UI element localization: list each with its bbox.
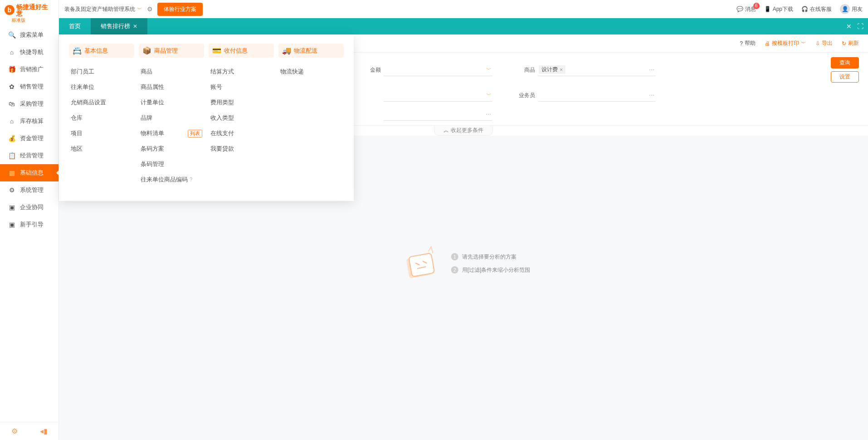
- nav-label: 资金管理: [20, 134, 44, 142]
- user-menu[interactable]: 👤 用友: [840, 4, 863, 14]
- product-select[interactable]: 设计费× ⋯: [538, 64, 656, 76]
- empty-state: 1 请先选择要分析的方案 2 用[过滤]条件来缩小分析范围: [397, 243, 531, 284]
- flyout-item[interactable]: 允销商品设置: [69, 95, 134, 110]
- sidebar-item-4[interactable]: 🛍采购管理: [0, 95, 59, 112]
- nav-label: 库存核算: [20, 117, 44, 125]
- flyout-item[interactable]: 地区: [69, 141, 134, 156]
- flyout-item[interactable]: 商品: [139, 64, 204, 79]
- flyout-item[interactable]: 项目: [69, 126, 134, 141]
- flyout-item[interactable]: 往来单位: [69, 79, 134, 95]
- close-all-icon[interactable]: ✕: [846, 23, 852, 30]
- chevron-down-icon: ﹀: [801, 39, 806, 47]
- brand-name: 畅捷通好生意: [16, 4, 54, 16]
- secondary-select[interactable]: ﹀: [384, 89, 493, 102]
- list-badge: 列表: [188, 130, 202, 137]
- more-icon[interactable]: ⋯: [486, 111, 492, 117]
- flyout-item[interactable]: 在线支付: [209, 126, 274, 141]
- flyout-item[interactable]: 条码管理: [139, 156, 204, 172]
- remove-tag-icon[interactable]: ×: [560, 67, 563, 73]
- avatar-icon: 👤: [840, 4, 850, 14]
- system-selector[interactable]: 装备及固定资产辅助管理系统 ﹀: [64, 5, 142, 13]
- system-name: 装备及固定资产辅助管理系统: [64, 5, 135, 13]
- product-label: 商品: [517, 66, 535, 74]
- flyout-col-2: 💳收付信息结算方式账号费用类型收入类型在线支付我要贷款: [209, 44, 274, 187]
- flyout-item[interactable]: 计量单位: [139, 95, 204, 110]
- collapse-sidebar-icon[interactable]: ◂▮: [40, 427, 48, 435]
- svg-rect-1: [409, 253, 434, 277]
- nav-icon: 🛍: [8, 100, 15, 108]
- empty-illustration-icon: [397, 243, 442, 284]
- sidebar-item-0[interactable]: 🔍搜索菜单: [0, 26, 59, 44]
- print-icon: 🖨: [765, 40, 770, 47]
- nav-icon: ▣: [8, 204, 15, 211]
- export-button[interactable]: ⇩导出: [815, 39, 833, 47]
- sidebar-item-8[interactable]: ▦基础信息: [0, 164, 59, 181]
- sidebar-item-2[interactable]: 🎁营销推广: [0, 61, 59, 78]
- nav-icon: 💰: [8, 135, 15, 142]
- messages-button[interactable]: 💬 消息 6: [736, 5, 756, 13]
- industry-plan-button[interactable]: 体验行业方案: [157, 3, 203, 16]
- flyout-item[interactable]: 条码方案: [139, 141, 204, 156]
- tab-home[interactable]: 首页: [59, 18, 91, 34]
- sidebar-item-9[interactable]: ⚙系统管理: [0, 181, 59, 199]
- more-icon[interactable]: ⋯: [649, 92, 655, 98]
- tertiary-select[interactable]: ⋯: [384, 108, 493, 121]
- fullscreen-icon[interactable]: ⛶: [857, 23, 863, 30]
- sidebar-item-6[interactable]: 💰资金管理: [0, 130, 59, 147]
- refresh-button[interactable]: ↻刷新: [842, 39, 859, 47]
- settings-button[interactable]: 设置: [831, 71, 859, 83]
- flyout-head: 🚚物流配送: [278, 44, 344, 58]
- flyout-col-0: 📇基本信息部门员工往来单位允销商品设置仓库项目地区: [69, 44, 134, 187]
- flyout-item[interactable]: 我要贷款: [209, 141, 274, 156]
- more-icon[interactable]: ⋯: [649, 67, 655, 73]
- sidebar-item-1[interactable]: ⌂快捷导航: [0, 44, 59, 61]
- nav-icon: ✿: [8, 83, 15, 90]
- sidebar-item-10[interactable]: ▣企业协同: [0, 199, 59, 216]
- gear-icon[interactable]: ⚙: [147, 5, 153, 13]
- flyout-item[interactable]: 物流快递: [278, 64, 344, 79]
- query-button[interactable]: 查询: [831, 57, 859, 68]
- close-icon[interactable]: ✕: [133, 23, 137, 29]
- help-icon[interactable]: ?: [190, 176, 193, 183]
- brand-edition: 标准版: [12, 17, 59, 26]
- nav-label: 采购管理: [20, 100, 44, 108]
- flyout-item[interactable]: 仓库: [69, 110, 134, 126]
- flyout-item[interactable]: 物料清单列表: [139, 126, 204, 141]
- app-download-button[interactable]: 📱 App下载: [764, 5, 793, 13]
- nav-icon: ▣: [8, 221, 15, 228]
- collapse-conditions-button[interactable]: ︽ 收起更多条件: [434, 126, 493, 136]
- sidebar-item-7[interactable]: 📋经营管理: [0, 147, 59, 164]
- nav-label: 营销推广: [20, 65, 44, 73]
- nav-icon: ⚙: [8, 186, 15, 194]
- product-tag: 设计费×: [539, 65, 566, 74]
- help-button[interactable]: ?帮助: [740, 39, 756, 47]
- sidebar-item-5[interactable]: ⌂库存核算: [0, 112, 59, 130]
- nav-label: 基础信息: [20, 169, 44, 177]
- nav-icon: 🔍: [8, 31, 15, 39]
- sidebar-item-3[interactable]: ✿销售管理: [0, 78, 59, 95]
- nav-label: 搜索菜单: [20, 31, 44, 39]
- template-print-button[interactable]: 🖨按模板打印﹀: [765, 39, 806, 47]
- section-icon: 💳: [212, 46, 221, 55]
- nav-label: 系统管理: [20, 186, 44, 194]
- flyout-item[interactable]: 部门员工: [69, 64, 134, 79]
- online-cs-button[interactable]: 🎧 在线客服: [801, 5, 832, 13]
- step-number: 2: [451, 266, 458, 274]
- flyout-item[interactable]: 账号: [209, 79, 274, 95]
- tab-sales-ranking[interactable]: 销售排行榜 ✕: [91, 18, 147, 34]
- sidebar-footer: ⚙ ◂▮: [0, 422, 59, 440]
- settings-icon[interactable]: ⚙: [11, 427, 18, 435]
- flyout-item[interactable]: 商品属性: [139, 79, 204, 95]
- flyout-item[interactable]: 费用类型: [209, 95, 274, 110]
- message-icon: 💬: [736, 6, 743, 12]
- messages-count-badge: 6: [753, 3, 760, 9]
- sidebar-item-11[interactable]: ▣新手引导: [0, 216, 59, 233]
- sales-select[interactable]: ⋯: [538, 89, 656, 102]
- flyout-item[interactable]: 品牌: [139, 110, 204, 126]
- nav-label: 快捷导航: [20, 48, 44, 56]
- flyout-item[interactable]: 往来单位商品编码 ?: [139, 172, 204, 187]
- flyout-col-3: 🚚物流配送物流快递: [278, 44, 344, 187]
- flyout-item[interactable]: 收入类型: [209, 110, 274, 126]
- flyout-item[interactable]: 结算方式: [209, 64, 274, 79]
- amount-select[interactable]: ﹀: [384, 64, 493, 76]
